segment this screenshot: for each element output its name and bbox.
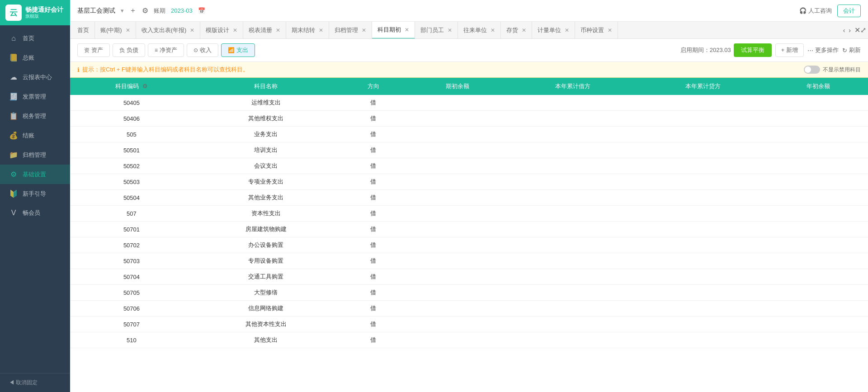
subtab-liability[interactable]: 负 负债 (113, 43, 145, 57)
tab-interim[interactable]: 账(中期) ✕ (95, 22, 136, 39)
cell-name-13: 信息网络购建 (193, 301, 339, 316)
period-info: 启用期间：2023.03 (680, 46, 731, 54)
tab-currency[interactable]: 币种设置 ✕ (575, 22, 618, 39)
sidebar-item-archive[interactable]: 📁 归档管理 (0, 145, 70, 165)
tab-close-all-button[interactable]: ✕ (854, 26, 860, 34)
project-settings-icon[interactable]: ⚙ (142, 6, 148, 15)
sidebar-item-home[interactable]: ⌂ 首页 (0, 29, 70, 48)
tab-partner-close[interactable]: ✕ (491, 27, 495, 33)
tab-partner[interactable]: 往来单位 ✕ (458, 22, 501, 39)
subtab-expense-label: 支出 (236, 46, 248, 54)
subtab-netasset-label: 净资产 (160, 46, 177, 54)
tab-unit[interactable]: 计量单位 ✕ (532, 22, 575, 39)
tab-prev-button[interactable]: ‹ (841, 27, 847, 34)
sidebar-item-reports[interactable]: ☁ 云报表中心 (0, 67, 70, 87)
tab-tax[interactable]: 税表清册 ✕ (243, 22, 286, 39)
cell-code-8: 50701 (70, 222, 193, 237)
tab-currency-close[interactable]: ✕ (608, 27, 612, 33)
sidebar-item-guide[interactable]: 🔰 新手引导 (0, 184, 70, 203)
tab-inventory-close[interactable]: ✕ (522, 27, 526, 33)
refresh-button[interactable]: ↻ 刷新 (842, 46, 861, 54)
tab-template-close[interactable]: ✕ (233, 27, 237, 33)
tab-dept-close[interactable]: ✕ (448, 27, 452, 33)
more-button[interactable]: ⋯ 更多操作 (807, 46, 839, 54)
cell-opening-14 (408, 316, 507, 332)
tab-annual[interactable]: 收入支出表(年报) ✕ (136, 22, 201, 39)
tab-unit-label: 计量单位 (538, 26, 561, 34)
tab-dept[interactable]: 部门员工 ✕ (415, 22, 458, 39)
cell-dir-1: 借 (339, 111, 408, 127)
cell-code-1: 50406 (70, 111, 193, 127)
support-button[interactable]: 🎧 人工咨询 (799, 7, 832, 15)
sidebar-collapse-button[interactable]: ◀ 取消固定 (0, 373, 70, 392)
table-row[interactable]: 50502 会议支出 借 (70, 158, 868, 174)
header-right: 🎧 人工咨询 会计 (799, 5, 861, 17)
table-row[interactable]: 50504 其他业务支出 借 (70, 190, 868, 206)
sidebar-item-settings[interactable]: ⚙ 基础设置 (0, 165, 70, 184)
cell-dir-9: 借 (339, 237, 408, 253)
settings-icon: ⚙ (9, 170, 18, 179)
table-row[interactable]: 50405 运维维支出 借 (70, 95, 868, 111)
tab-subjperiod-close[interactable]: ✕ (405, 27, 409, 33)
tab-home[interactable]: 首页 (72, 22, 95, 39)
subtab-expense[interactable]: 📶 支出 (221, 43, 255, 57)
tab-unit-close[interactable]: ✕ (565, 27, 569, 33)
account-button[interactable]: 会计 (837, 5, 861, 17)
table-row[interactable]: 50501 培训支出 借 (70, 142, 868, 158)
expense-icon: 📶 (228, 47, 235, 53)
cell-name-10: 专用设备购置 (193, 253, 339, 269)
cell-year-opening-5 (769, 174, 868, 190)
table-row[interactable]: 507 资本性支出 借 (70, 206, 868, 222)
table-row[interactable]: 50707 其他资本性支出 借 (70, 316, 868, 332)
tab-tax-close[interactable]: ✕ (276, 27, 280, 33)
table-row[interactable]: 50704 交通工具购置 借 (70, 269, 868, 285)
table-row[interactable]: 50706 信息网络购建 借 (70, 301, 868, 316)
balance-button[interactable]: 试算平衡 (734, 43, 772, 57)
sidebar-item-member[interactable]: V 畅会员 (0, 203, 70, 222)
cell-ytd-debit-12 (507, 285, 638, 301)
settlement-icon: 💰 (9, 131, 18, 140)
tab-archivemgr-close[interactable]: ✕ (362, 27, 366, 33)
table-row[interactable]: 50705 大型修缮 借 (70, 285, 868, 301)
sidebar-label-settings: 基础设置 (23, 170, 46, 179)
add-button[interactable]: + 新增 (775, 43, 804, 57)
table-row[interactable]: 50702 办公设备购置 借 (70, 237, 868, 253)
tab-inventory[interactable]: 存货 ✕ (501, 22, 532, 39)
tab-archivemgr[interactable]: 归档管理 ✕ (329, 22, 372, 39)
tab-next-button[interactable]: › (847, 27, 853, 34)
subtab-income[interactable]: ⊙ 收入 (187, 43, 218, 57)
table-row[interactable]: 510 其他支出 借 (70, 332, 868, 348)
calendar-icon[interactable]: 📅 (198, 7, 205, 14)
sidebar-item-tax[interactable]: 📋 税务管理 (0, 106, 70, 126)
cell-opening-9 (408, 237, 507, 253)
cell-ytd-debit-13 (507, 301, 638, 316)
subtab-asset[interactable]: 资 资产 (77, 43, 110, 57)
cell-dir-14: 借 (339, 316, 408, 332)
col-settings-icon[interactable]: ⚙ (142, 83, 148, 90)
disabled-toggle[interactable] (804, 66, 820, 74)
add-tab-button[interactable]: ＋ (129, 6, 137, 15)
cell-ytd-debit-1 (507, 111, 638, 127)
tab-expand-button[interactable]: ⤢ (860, 26, 866, 34)
table-row[interactable]: 50406 其他维权支出 借 (70, 111, 868, 127)
member-icon: V (9, 209, 18, 217)
table-row[interactable]: 505 业务支出 借 (70, 127, 868, 142)
table-row[interactable]: 50703 专用设备购置 借 (70, 253, 868, 269)
sidebar-item-ledger[interactable]: 📒 总账 (0, 48, 70, 67)
tab-annual-close[interactable]: ✕ (190, 27, 194, 33)
tab-annual-label: 收入支出表(年报) (142, 26, 187, 34)
subjects-table: 科目编码 ⚙ 科目名称 方向 期初余额 本年累计借方 本年累计贷方 年初余额 5… (70, 78, 868, 348)
tab-yearend[interactable]: 期末结转 ✕ (286, 22, 329, 39)
tab-subjperiod[interactable]: 科目期初 ✕ (372, 22, 415, 39)
tab-template-label: 模版设计 (206, 26, 229, 34)
tab-template[interactable]: 模版设计 ✕ (200, 22, 243, 39)
table-row[interactable]: 50503 专项业务支出 借 (70, 174, 868, 190)
sidebar-item-invoice[interactable]: 🧾 发票管理 (0, 87, 70, 106)
table-row[interactable]: 50701 房屋建筑物购建 借 (70, 222, 868, 237)
subtab-netasset[interactable]: ≡ 净资产 (148, 43, 184, 57)
tab-interim-close[interactable]: ✕ (126, 27, 130, 33)
tab-yearend-close[interactable]: ✕ (319, 27, 323, 33)
cell-year-opening-6 (769, 190, 868, 206)
project-dropdown-icon[interactable]: ▾ (121, 7, 124, 14)
sidebar-item-settlement[interactable]: 💰 结账 (0, 126, 70, 145)
